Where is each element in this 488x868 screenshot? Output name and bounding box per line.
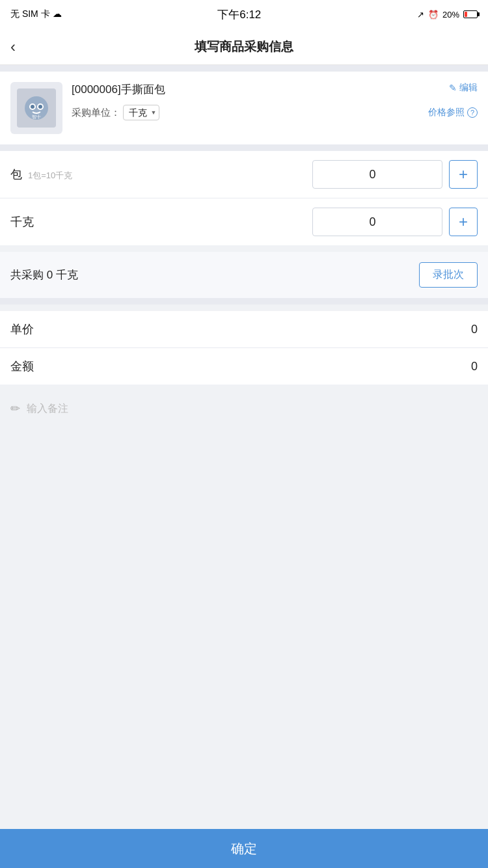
price-ref-button[interactable]: 价格参照 ?	[428, 107, 478, 118]
qianke-label: 千克	[10, 214, 88, 230]
brand-logo-svg: 智十	[23, 95, 49, 121]
divider-mid2	[0, 298, 488, 305]
price-section: 单价 0 金额 0	[0, 311, 488, 385]
svg-text:智十: 智十	[32, 115, 41, 119]
unit-select[interactable]: 千克 包	[123, 105, 159, 120]
battery-percent: 20%	[442, 10, 459, 20]
summary-value: 0	[47, 269, 53, 281]
unit-price-row: 单价 0	[0, 311, 488, 348]
qianke-field-row: 千克 +	[0, 198, 488, 245]
back-button[interactable]: ‹	[10, 38, 16, 56]
unit-label: 采购单位：	[72, 107, 120, 118]
info-icon: ?	[467, 107, 478, 118]
edit-icon: ✎	[449, 83, 457, 93]
svg-point-4	[38, 105, 42, 109]
pencil-icon: ✏	[10, 401, 20, 416]
alarm-icon: ⏰	[428, 10, 439, 20]
qianke-plus-button[interactable]: +	[449, 208, 478, 236]
status-left: 无 SIM 卡 ☁	[10, 8, 62, 20]
status-time: 下午6:12	[217, 7, 261, 22]
notes-section[interactable]: ✏ 输入备注	[0, 391, 488, 426]
divider-top	[0, 65, 488, 72]
edit-button[interactable]: ✎ 编辑	[449, 82, 478, 94]
unit-price-label: 单价	[10, 321, 34, 337]
bao-label: 包 1包=10千克	[10, 167, 88, 182]
qianke-input-wrap: +	[88, 208, 478, 236]
price-ref-label: 价格参照	[428, 107, 465, 118]
amount-value: 0	[471, 360, 478, 373]
quantity-section: 包 1包=10千克 + 千克 +	[0, 151, 488, 245]
product-logo: 智十	[17, 88, 56, 128]
status-bar: 无 SIM 卡 ☁ 下午6:12 ↗ ⏰ 20%	[0, 0, 488, 29]
status-right: ↗ ⏰ 20%	[417, 10, 478, 20]
summary-section: 共采购 0 千克 录批次	[0, 252, 488, 298]
content-spacer	[0, 426, 488, 608]
product-card: 智十 [0000006]手撕面包 ✎ 编辑 采购单位： 千克 包	[0, 72, 488, 144]
bao-field-row: 包 1包=10千克 +	[0, 151, 488, 198]
unit-price-value: 0	[471, 323, 478, 336]
divider-mid1	[0, 144, 488, 151]
qianke-input[interactable]	[312, 208, 442, 236]
product-image: 智十	[10, 82, 62, 134]
page-title: 填写商品采购信息	[195, 38, 293, 55]
confirm-button[interactable]: 确定	[0, 829, 488, 868]
unit-label-wrap: 采购单位： 千克 包	[72, 105, 159, 120]
sim-status: 无 SIM 卡 ☁	[10, 8, 62, 20]
summary-label: 共采购 0 千克	[10, 267, 78, 282]
battery-icon	[463, 10, 478, 18]
summary-row: 共采购 0 千克 录批次	[0, 252, 488, 298]
product-unit-row: 采购单位： 千克 包 价格参照 ?	[72, 105, 478, 120]
bao-plus-button[interactable]: +	[449, 160, 478, 189]
product-info: [0000006]手撕面包 ✎ 编辑 采购单位： 千克 包 价格参照 ?	[72, 82, 478, 120]
notes-placeholder: 输入备注	[27, 402, 68, 416]
product-name: [0000006]手撕面包	[72, 82, 165, 97]
product-header: [0000006]手撕面包 ✎ 编辑	[72, 82, 478, 97]
unit-select-wrap[interactable]: 千克 包	[123, 105, 159, 120]
location-icon: ↗	[417, 10, 424, 20]
amount-row: 金额 0	[0, 348, 488, 385]
summary-unit: 千克	[56, 269, 78, 281]
bao-input-wrap: +	[88, 160, 478, 189]
bao-sublabel: 1包=10千克	[28, 170, 72, 180]
amount-label: 金额	[10, 359, 34, 374]
bao-input[interactable]	[312, 160, 442, 189]
nav-bar: ‹ 填写商品采购信息	[0, 29, 488, 65]
svg-point-3	[31, 105, 34, 109]
batch-button[interactable]: 录批次	[419, 262, 478, 288]
